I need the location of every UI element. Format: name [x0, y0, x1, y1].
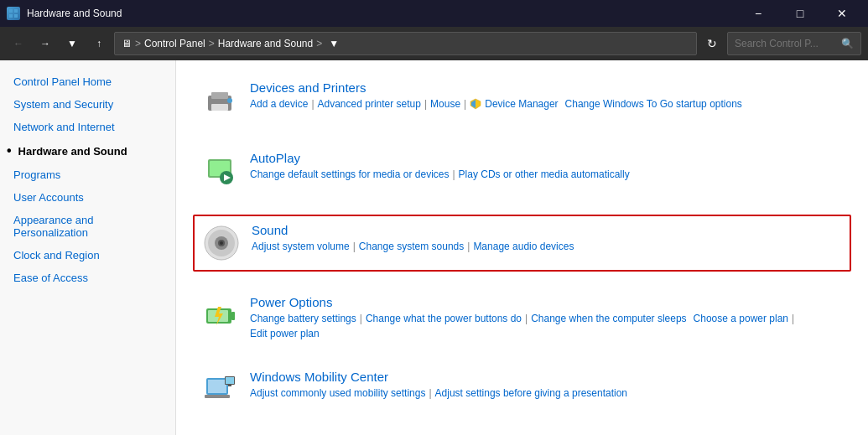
svg-point-18 [220, 241, 223, 245]
sidebar-item-programs[interactable]: Programs [0, 163, 175, 186]
main-layout: Control Panel Home System and Security N… [0, 60, 868, 435]
section-windows-mobility: Windows Mobility Center Adjust commonly … [193, 363, 851, 417]
change-when-sleeps-link[interactable]: Change when the computer sleeps [531, 313, 686, 324]
svg-rect-28 [228, 385, 231, 386]
windows-mobility-content: Windows Mobility Center Adjust commonly … [250, 370, 845, 399]
power-options-content: Power Options Change battery settings | … [250, 295, 845, 339]
edit-power-plan-link[interactable]: Edit power plan [250, 328, 320, 339]
sidebar-item-system-security[interactable]: System and Security [0, 93, 175, 116]
power-options-title[interactable]: Power Options [250, 295, 845, 309]
change-battery-settings-link[interactable]: Change battery settings [250, 313, 356, 324]
svg-rect-5 [211, 92, 228, 99]
address-part-control-panel[interactable]: Control Panel [144, 38, 205, 49]
search-box[interactable]: 🔍 [727, 32, 861, 55]
section-sound: Sound Adjust system volume | Change syst… [193, 215, 851, 272]
adjust-volume-link[interactable]: Adjust system volume [252, 241, 350, 252]
close-button[interactable]: ✕ [823, 0, 861, 27]
choose-power-plan-link[interactable]: Choose a power plan [694, 313, 788, 324]
windows-mobility-links: Adjust commonly used mobility settings |… [250, 387, 845, 399]
devices-printers-links: Add a device | Advanced printer setup | … [250, 98, 845, 110]
sidebar-item-network-internet[interactable]: Network and Internet [0, 116, 175, 138]
maximize-button[interactable]: □ [781, 0, 819, 27]
change-default-settings-link[interactable]: Change default settings for media or dev… [250, 168, 449, 180]
section-autoplay: AutoPlay Change default settings for med… [193, 144, 851, 198]
section-devices-printers: Devices and Printers Add a device | Adva… [193, 74, 851, 127]
section-power-options: Power Options Change battery settings | … [193, 288, 851, 346]
address-icon: 🖥 [122, 38, 132, 49]
sidebar-item-user-accounts[interactable]: User Accounts [0, 186, 175, 209]
titlebar-title: Hardware and Sound [27, 8, 122, 19]
navbar: ← → ▼ ↑ 🖥 > Control Panel > Hardware and… [0, 27, 868, 60]
address-bar[interactable]: 🖥 > Control Panel > Hardware and Sound >… [114, 32, 697, 55]
svg-rect-25 [205, 395, 230, 398]
change-system-sounds-link[interactable]: Change system sounds [359, 241, 464, 252]
advanced-printer-link[interactable]: Advanced printer setup [318, 98, 421, 110]
autoplay-title[interactable]: AutoPlay [250, 151, 845, 165]
svg-rect-24 [208, 380, 226, 393]
change-power-buttons-link[interactable]: Change what the power buttons do [366, 313, 522, 324]
svg-rect-6 [211, 104, 228, 111]
address-part-hardware-sound[interactable]: Hardware and Sound [218, 38, 313, 49]
sidebar-item-control-panel-home[interactable]: Control Panel Home [0, 70, 175, 93]
autoplay-links: Change default settings for media or dev… [250, 168, 845, 180]
forward-button[interactable]: → [34, 32, 57, 55]
sound-title[interactable]: Sound [252, 223, 843, 237]
manage-audio-devices-link[interactable]: Manage audio devices [473, 241, 574, 252]
add-device-link[interactable]: Add a device [250, 98, 308, 110]
sidebar-item-clock-region[interactable]: Clock and Region [0, 244, 175, 267]
sidebar-item-ease-access[interactable]: Ease of Access [0, 267, 175, 289]
refresh-button[interactable]: ↻ [700, 32, 724, 55]
devices-printers-title[interactable]: Devices and Printers [250, 80, 845, 95]
mouse-link[interactable]: Mouse [430, 98, 460, 110]
power-options-icon [200, 295, 240, 335]
svg-point-7 [227, 98, 232, 103]
device-manager-icon-container [470, 98, 481, 110]
dropdown-button[interactable]: ▼ [60, 32, 84, 55]
sound-links: Adjust system volume | Change system sou… [252, 241, 843, 252]
play-cds-link[interactable]: Play CDs or other media automatically [459, 168, 630, 180]
adjust-mobility-settings-link[interactable]: Adjust commonly used mobility settings [250, 387, 425, 399]
sound-icon [201, 223, 242, 263]
autoplay-icon [200, 151, 240, 191]
windows-mobility-icon [200, 370, 240, 410]
devices-printers-icon [200, 80, 240, 121]
windows-to-go-link[interactable]: Change Windows To Go startup options [565, 98, 742, 110]
minimize-button[interactable]: − [739, 0, 777, 27]
sound-content: Sound Adjust system volume | Change syst… [252, 223, 843, 252]
titlebar-controls: − □ ✕ [739, 0, 861, 27]
titlebar: Hardware and Sound − □ ✕ [0, 0, 868, 27]
titlebar-left: Hardware and Sound [7, 7, 122, 20]
up-button[interactable]: ↑ [87, 32, 111, 55]
search-icon: 🔍 [841, 38, 854, 49]
sidebar-item-appearance-personalization[interactable]: Appearance and Personalization [0, 209, 175, 244]
content-area: Devices and Printers Add a device | Adva… [176, 60, 868, 435]
windows-mobility-title[interactable]: Windows Mobility Center [250, 370, 845, 384]
svg-rect-0 [9, 9, 13, 13]
svg-rect-1 [14, 9, 18, 13]
svg-rect-3 [14, 14, 18, 18]
search-input[interactable] [735, 38, 841, 49]
adjust-presentation-settings-link[interactable]: Adjust settings before giving a presenta… [435, 387, 627, 399]
svg-rect-2 [9, 14, 13, 18]
sidebar: Control Panel Home System and Security N… [0, 60, 176, 435]
device-manager-link[interactable]: Device Manager [485, 98, 558, 110]
back-button[interactable]: ← [7, 32, 30, 55]
address-dropdown-button[interactable]: ▼ [325, 38, 342, 49]
svg-rect-20 [231, 312, 235, 320]
sidebar-item-hardware-sound[interactable]: Hardware and Sound [0, 138, 175, 163]
autoplay-content: AutoPlay Change default settings for med… [250, 151, 845, 180]
svg-rect-27 [226, 377, 234, 384]
power-options-links: Change battery settings | Change what th… [250, 313, 845, 339]
devices-printers-content: Devices and Printers Add a device | Adva… [250, 80, 845, 110]
app-icon [7, 7, 20, 20]
